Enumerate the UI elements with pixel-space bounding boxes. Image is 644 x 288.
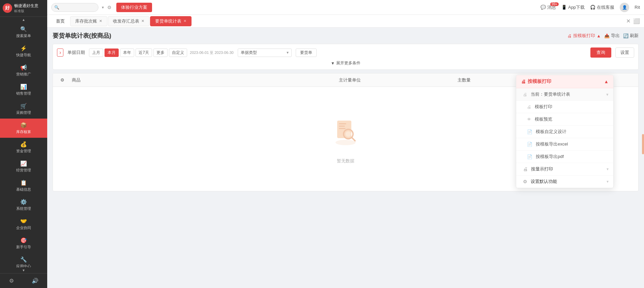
newbie-icon: 🎯 bbox=[20, 237, 27, 244]
tab-collection-summary-label: 收发存汇总表 bbox=[113, 18, 139, 24]
template-preview-icon: 👁 bbox=[527, 117, 531, 122]
type-select[interactable]: 单据类型 ▾ bbox=[238, 49, 292, 57]
current-template-item[interactable]: 🖨 当前：要货单统计表 ▾ bbox=[516, 88, 613, 101]
set-default-label: 设置默认功能 bbox=[531, 179, 557, 185]
maximize-window-button[interactable]: ⬜ bbox=[633, 18, 640, 24]
refresh-button[interactable]: 🔄 刷新 bbox=[623, 33, 639, 39]
svg-rect-3 bbox=[339, 126, 345, 127]
sidebar-item-sales[interactable]: 📊 销售管理 bbox=[0, 80, 47, 99]
export-pdf-icon: 📄 bbox=[527, 154, 532, 159]
user-avatar[interactable]: 👤 bbox=[620, 3, 629, 12]
sidebar-label-collab: 企业协同 bbox=[16, 225, 31, 230]
date-btn-custom[interactable]: 自定义 bbox=[169, 49, 187, 57]
trial-button[interactable]: 体验行业方案 bbox=[116, 3, 152, 12]
online-service-button[interactable]: 🎧 在线客服 bbox=[590, 4, 614, 10]
template-custom-icon: 📄 bbox=[527, 129, 532, 134]
settings-bottom-icon[interactable]: ⚙ bbox=[8, 276, 15, 285]
current-template-label: 当前：要货单统计表 bbox=[531, 91, 570, 97]
date-btn-7days[interactable]: 近7天 bbox=[136, 49, 152, 57]
sidebar-item-search[interactable]: 🔍 搜索菜单 bbox=[0, 23, 47, 42]
empty-text: 暂无数据 bbox=[337, 158, 354, 164]
sidebar-item-operations[interactable]: 📈 经营管理 bbox=[0, 157, 47, 176]
export-pdf-item[interactable]: 📄 按模板导出pdf bbox=[516, 151, 613, 163]
expand-more-btn[interactable]: ▼ 展开更多条件 bbox=[331, 60, 360, 66]
date-btn-more[interactable]: 更多 bbox=[153, 49, 168, 57]
sidebar-label-inventory: 库存核算 bbox=[16, 129, 31, 134]
sidebar-item-inventory[interactable]: 📦 库存核算 bbox=[0, 119, 47, 138]
sidebar-label-system: 系统管理 bbox=[16, 206, 31, 211]
print-dropdown-title-icon: 🖨 bbox=[521, 79, 526, 84]
search-chevron-icon[interactable]: ▾ bbox=[102, 5, 104, 10]
message-button[interactable]: 💬 消息 99+ bbox=[540, 4, 556, 10]
empty-illustration bbox=[329, 114, 362, 154]
sidebar-label-sales: 销售管理 bbox=[16, 91, 31, 96]
user-name: Rit bbox=[635, 5, 640, 10]
sidebar-item-quick-nav[interactable]: ⚡ 快捷导航 bbox=[0, 42, 47, 61]
query-button[interactable]: 查询 bbox=[590, 47, 611, 58]
template-print-label: 模板打印 bbox=[535, 104, 552, 110]
export-button[interactable]: 📤 导出 bbox=[604, 33, 620, 39]
sidebar-item-marketing[interactable]: 📢 营销推广 bbox=[0, 61, 47, 80]
tab-requisition-stats-close[interactable]: ✕ bbox=[183, 19, 186, 23]
sidebar-bottom: ⚙ 🔊 bbox=[0, 273, 47, 288]
tab-collection-summary-close[interactable]: ✕ bbox=[141, 19, 144, 23]
tab-requisition-stats[interactable]: 要货单统计表 ✕ bbox=[150, 16, 192, 26]
export-excel-label: 按模板导出excel bbox=[536, 141, 568, 147]
search-input[interactable] bbox=[61, 5, 91, 10]
sidebar-item-collab[interactable]: 🤝 企业协同 bbox=[0, 215, 47, 234]
close-window-button[interactable]: ✕ bbox=[626, 18, 631, 24]
template-print-item[interactable]: 🖨 模板打印 bbox=[516, 101, 613, 113]
expand-down-icon: ▼ bbox=[331, 61, 335, 66]
settings-button[interactable]: 设置 bbox=[615, 47, 634, 58]
goods-filter[interactable]: 要货单 bbox=[296, 49, 317, 57]
template-preview-item[interactable]: 👁 模板预览 bbox=[516, 113, 613, 126]
tab-requisition-stats-label: 要货单统计表 bbox=[155, 18, 181, 24]
display-print-label: 按显示打印 bbox=[531, 166, 553, 172]
search-box[interactable]: 🔍 bbox=[51, 3, 98, 12]
sidebar-scroll-down[interactable]: ▼ bbox=[0, 267, 47, 273]
date-range-display: 2023-06-01 至 2023-06-30 bbox=[190, 50, 234, 55]
sidebar-item-system[interactable]: ⚙️ 系统管理 bbox=[0, 195, 47, 215]
display-print-item[interactable]: 🖨 按显示打印 ▾ bbox=[516, 163, 613, 175]
print-template-button[interactable]: 🖨 按模板打印 ▲ bbox=[567, 33, 601, 39]
sidebar-item-basic[interactable]: 📋 基础信息 bbox=[0, 176, 47, 195]
refresh-icon: 🔄 bbox=[623, 33, 628, 38]
sidebar-item-finance[interactable]: 💰 资金管理 bbox=[0, 138, 47, 157]
tab-collection-summary[interactable]: 收发存汇总表 ✕ bbox=[108, 16, 149, 26]
sidebar-item-purchase[interactable]: 🛒 采购管理 bbox=[0, 99, 47, 119]
set-default-icon: ⚙ bbox=[523, 179, 527, 184]
tab-home[interactable]: 首页 bbox=[51, 16, 69, 26]
tab-batch-accounts[interactable]: 库存批次账 ✕ bbox=[70, 16, 107, 26]
sales-icon: 📊 bbox=[20, 84, 27, 90]
print-dropdown-title-text: 按模板打印 bbox=[528, 78, 551, 85]
export-excel-item[interactable]: 📄 按模板导出excel bbox=[516, 138, 613, 151]
filter-expand-icon[interactable]: › bbox=[57, 49, 63, 57]
display-print-arrow: ▾ bbox=[607, 167, 609, 171]
app-download-label: App下载 bbox=[568, 4, 585, 10]
sidebar-item-newbie[interactable]: 🎯 新手引导 bbox=[0, 234, 47, 253]
set-default-item[interactable]: ⚙ 设置默认功能 ▾ bbox=[516, 175, 613, 188]
search-icon-topbar: 🔍 bbox=[54, 5, 59, 10]
gear-icon[interactable]: ⚙ bbox=[107, 5, 112, 10]
sidebar-item-apps[interactable]: 🔧 应用中心 bbox=[0, 253, 47, 267]
template-custom-item[interactable]: 📄 模板自定义设计 bbox=[516, 126, 613, 138]
export-pdf-label: 按模板导出pdf bbox=[536, 154, 564, 160]
tab-batch-accounts-close[interactable]: ✕ bbox=[99, 19, 102, 23]
app-download-button[interactable]: 📱 App下载 bbox=[561, 4, 585, 10]
col-settings[interactable]: ⚙ bbox=[56, 77, 69, 83]
quick-nav-icon: ⚡ bbox=[20, 45, 27, 52]
collab-icon: 🤝 bbox=[20, 218, 27, 224]
date-btn-this-month[interactable]: 本月 bbox=[105, 49, 119, 57]
display-print-icon: 🖨 bbox=[523, 166, 528, 172]
main-content: 🔍 ▾ ⚙ 体验行业方案 💬 消息 99+ 📱 App下载 🎧 在线客服 👤 bbox=[47, 0, 644, 288]
window-controls: ✕ ⬜ bbox=[626, 18, 640, 24]
operations-icon: 📈 bbox=[20, 160, 27, 167]
date-btn-last-month[interactable]: 上月 bbox=[89, 49, 103, 57]
message-icon: 💬 bbox=[540, 5, 546, 10]
sidebar-label-finance: 资金管理 bbox=[16, 149, 31, 154]
export-icon: 📤 bbox=[604, 33, 610, 38]
sidebar-scroll-up[interactable]: ▲ bbox=[0, 17, 47, 23]
date-btn-this-year[interactable]: 本年 bbox=[120, 49, 134, 57]
volume-icon[interactable]: 🔊 bbox=[30, 276, 40, 285]
print-dropdown-close-button[interactable]: ▲ bbox=[604, 79, 609, 84]
